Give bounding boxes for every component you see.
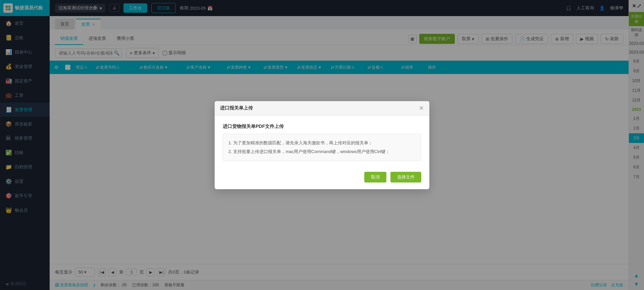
- dialog-info-box: 1. 为了更加精准的数据匹配，请先录入海关缴款书，再上传对应的报关单； 2. 支…: [223, 134, 421, 161]
- dialog-overlay: 进口报关单上传 ✕ 进口货物报关单PDF文件上传 1. 为了更加精准的数据匹配，…: [0, 0, 644, 290]
- dialog-close-button[interactable]: ✕: [419, 105, 424, 111]
- dialog-subtitle: 进口货物报关单PDF文件上传: [223, 124, 421, 130]
- dialog-header: 进口报关单上传 ✕: [215, 101, 429, 116]
- dialog-footer: 取消 选择文件: [215, 168, 429, 189]
- import-dialog: 进口报关单上传 ✕ 进口货物报关单PDF文件上传 1. 为了更加精准的数据匹配，…: [215, 101, 429, 189]
- dialog-info-line2: 2. 支持批量上传进口报关单，mac用户使用Command键，windows用户…: [228, 147, 416, 156]
- dialog-body: 进口货物报关单PDF文件上传 1. 为了更加精准的数据匹配，请先录入海关缴款书，…: [215, 116, 429, 168]
- cancel-button[interactable]: 取消: [364, 172, 386, 183]
- dialog-title: 进口报关单上传: [220, 105, 253, 111]
- dialog-info-line1: 1. 为了更加精准的数据匹配，请先录入海关缴款书，再上传对应的报关单；: [228, 139, 416, 147]
- select-file-button[interactable]: 选择文件: [390, 172, 421, 183]
